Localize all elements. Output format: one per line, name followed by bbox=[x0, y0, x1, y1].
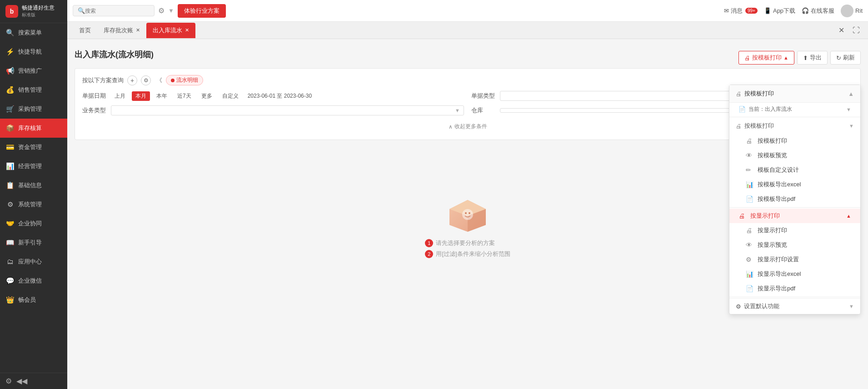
operation-icon: 📊 bbox=[5, 162, 15, 171]
date-option-custom[interactable]: 自定义 bbox=[219, 91, 242, 101]
online-service-label: 在线客服 bbox=[811, 7, 834, 15]
sidebar-item-label: 畅会员 bbox=[18, 296, 36, 304]
display-preview-item[interactable]: 👁 按显示预览 bbox=[729, 238, 860, 252]
display-export-pdf-label: 按显示导出pdf bbox=[758, 284, 795, 293]
tab-home[interactable]: 首页 bbox=[73, 23, 97, 38]
message-button[interactable]: ✉ 消息 99+ bbox=[724, 7, 758, 15]
display-export-excel-item[interactable]: 📊 按显示导出excel bbox=[729, 267, 860, 281]
display-export-pdf-item[interactable]: 📄 按显示导出pdf bbox=[729, 281, 860, 296]
print-dropdown-panel: 🖨 按模板打印 ▲ 📄 当前：出入库流水 ▼ 🖨 按模板打印 bbox=[729, 85, 861, 314]
app-download-button[interactable]: 📱 App下载 bbox=[764, 7, 795, 15]
settings-icon: ⚙ bbox=[746, 256, 754, 263]
date-filter-field: 单据日期 上月 本月 本年 近7天 更多 自定义 2023-06-01 至 20… bbox=[82, 91, 464, 101]
doc-type-label: 单据类型 bbox=[471, 92, 496, 100]
maximize-window-button[interactable]: ⛶ bbox=[850, 25, 863, 35]
topbar-right: ✉ 消息 99+ 📱 App下载 🎧 在线客服 Rit bbox=[724, 5, 863, 17]
filter-collapse-icon[interactable]: 《 bbox=[156, 76, 162, 85]
sidebar-item-label: 基础信息 bbox=[18, 181, 42, 190]
sidebar-item-marketing[interactable]: 📢 营销推广 bbox=[0, 61, 67, 80]
print-current-item[interactable]: 📄 当前：出入库流水 ▼ bbox=[729, 103, 860, 116]
collapse-sidebar-icon[interactable]: ◀◀ bbox=[16, 377, 27, 385]
template-print-item[interactable]: 🖨 按模板打印 bbox=[729, 134, 860, 148]
topbar-search-input[interactable] bbox=[85, 8, 144, 14]
template-export-excel-item[interactable]: 📊 按模板导出excel bbox=[729, 177, 860, 192]
template-custom-item[interactable]: ✏ 模板自定义设计 bbox=[729, 163, 860, 177]
sidebar-item-label: 快捷导航 bbox=[18, 48, 42, 56]
sidebar-item-system[interactable]: ⚙ 系统管理 bbox=[0, 195, 67, 214]
dropdown-arrow-icon[interactable]: ▼ bbox=[168, 7, 174, 14]
date-option-current-year[interactable]: 本年 bbox=[153, 91, 171, 101]
display-print-item[interactable]: 🖨 按显示打印 bbox=[729, 223, 860, 238]
template-preview-item[interactable]: 👁 按模板预览 bbox=[729, 148, 860, 163]
template-export-pdf-item[interactable]: 📄 按模板导出pdf bbox=[729, 192, 860, 206]
settings-bottom-icon[interactable]: ⚙ bbox=[5, 377, 12, 385]
message-badge: 99+ bbox=[745, 8, 758, 14]
sidebar-item-app-center[interactable]: 🗂 应用中心 bbox=[0, 252, 67, 271]
sales-icon: 💰 bbox=[5, 85, 15, 95]
print-dropdown-title: 按模板打印 bbox=[744, 90, 774, 98]
sidebar-item-member[interactable]: 👑 畅会员 bbox=[0, 290, 67, 309]
close-window-button[interactable]: ✕ bbox=[836, 25, 847, 35]
set-default-button[interactable]: ⚙ 设置默认功能 ▼ bbox=[729, 298, 860, 314]
sidebar-item-operation[interactable]: 📊 经营管理 bbox=[0, 157, 67, 176]
display-print-settings-item[interactable]: ⚙ 按显示打印设置 bbox=[729, 252, 860, 267]
template-print-section-header[interactable]: 🖨 按模板打印 ▼ bbox=[729, 118, 860, 134]
sidebar-item-guide[interactable]: 📖 新手引导 bbox=[0, 233, 67, 252]
filter-header: 按以下方案查询 + ⚙ 《 流水明细 bbox=[82, 75, 853, 85]
tab-close-icon[interactable]: ✕ bbox=[185, 27, 189, 33]
member-icon: 👑 bbox=[5, 295, 15, 304]
headset-icon: 🎧 bbox=[802, 7, 809, 14]
guide-icon: 📖 bbox=[5, 238, 15, 247]
export-button[interactable]: ⬆ 导出 bbox=[797, 51, 828, 65]
export-label: 导出 bbox=[810, 54, 822, 62]
chevron-up-icon: ▲ bbox=[846, 213, 851, 219]
topbar: 🔍 ⚙ ▼ 体验行业方案 ✉ 消息 99+ 📱 App下载 🎧 在线客服 bbox=[67, 0, 868, 22]
date-option-current-month[interactable]: 本月 bbox=[132, 91, 150, 101]
sidebar-item-finance[interactable]: 💳 资金管理 bbox=[0, 138, 67, 157]
date-option-more[interactable]: 更多 bbox=[198, 91, 216, 101]
tab-flow[interactable]: 出入库流水 ✕ bbox=[146, 23, 195, 38]
sidebar-item-sales[interactable]: 💰 销售管理 bbox=[0, 80, 67, 100]
sidebar-item-quick-nav[interactable]: ⚡ 快捷导航 bbox=[0, 42, 67, 61]
biz-type-select[interactable]: ▼ bbox=[111, 105, 464, 115]
download-icon: 📱 bbox=[764, 7, 771, 14]
template-preview-label: 按模板预览 bbox=[758, 151, 787, 160]
display-print-section-header[interactable]: 🖨 按显示打印 ▲ bbox=[729, 209, 860, 223]
sidebar-item-label: 系统管理 bbox=[18, 200, 42, 209]
user-avatar-button[interactable]: Rit bbox=[841, 5, 863, 17]
tab-close-icon[interactable]: ✕ bbox=[136, 27, 140, 33]
sidebar-item-purchase[interactable]: 🛒 采购管理 bbox=[0, 100, 67, 119]
sidebar-item-search[interactable]: 🔍 搜索菜单 bbox=[0, 23, 67, 42]
topbar-search-box[interactable]: 🔍 bbox=[73, 5, 155, 16]
filter-settings-button[interactable]: ⚙ bbox=[141, 75, 151, 85]
print-template-button[interactable]: 🖨 按模板打印 ▲ bbox=[738, 51, 794, 65]
chevron-up-icon[interactable]: ▲ bbox=[848, 90, 854, 97]
sidebar-item-basic[interactable]: 📋 基础信息 bbox=[0, 176, 67, 195]
current-doc-icon: 📄 bbox=[738, 106, 746, 113]
date-option-last-month[interactable]: 上月 bbox=[111, 91, 129, 101]
settings-icon[interactable]: ⚙ bbox=[158, 6, 165, 15]
tab-batch-account[interactable]: 库存批次账 ✕ bbox=[97, 23, 146, 38]
print-dropdown-header: 🖨 按模板打印 ▲ bbox=[729, 85, 860, 103]
refresh-button[interactable]: ↻ 刷新 bbox=[830, 51, 861, 65]
excel-icon: 📊 bbox=[746, 181, 754, 188]
excel-icon: 📊 bbox=[746, 270, 754, 278]
filter-add-button[interactable]: + bbox=[127, 75, 137, 85]
user-name: Rit bbox=[855, 7, 863, 14]
set-default-label: 设置默认功能 bbox=[744, 302, 779, 310]
tabs-window-controls: ✕ ⛶ bbox=[836, 25, 863, 35]
chevron-up-icon: ▲ bbox=[783, 55, 788, 60]
wechat-icon: 💬 bbox=[5, 276, 15, 285]
sidebar: b 畅捷通好生意 标准版 🔍 搜索菜单 ⚡ 快捷导航 📢 营销推广 💰 销售管理… bbox=[0, 0, 67, 389]
industry-solution-button[interactable]: 体验行业方案 bbox=[178, 4, 226, 18]
date-option-7days[interactable]: 近7天 bbox=[174, 91, 195, 101]
quick-nav-icon: ⚡ bbox=[5, 47, 15, 56]
sidebar-item-inventory[interactable]: 📦 库存核算 bbox=[0, 119, 67, 138]
online-service-button[interactable]: 🎧 在线客服 bbox=[802, 7, 834, 15]
sidebar-item-wechat[interactable]: 💬 企业微信 bbox=[0, 271, 67, 290]
avatar bbox=[841, 5, 853, 17]
inventory-icon: 📦 bbox=[5, 124, 15, 133]
sidebar-item-label: 库存核算 bbox=[18, 124, 42, 132]
sidebar-item-enterprise[interactable]: 🤝 企业协同 bbox=[0, 214, 67, 233]
app-logo: b 畅捷通好生意 标准版 bbox=[0, 0, 67, 23]
